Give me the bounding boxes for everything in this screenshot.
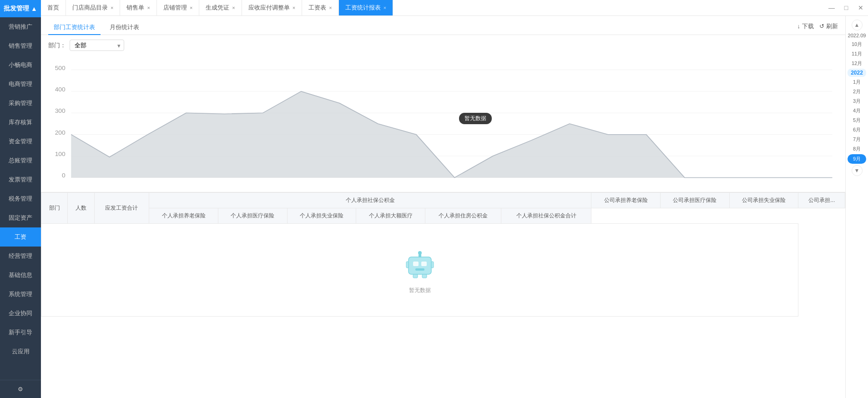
tab-close-3[interactable]: × (190, 5, 192, 10)
timeline-month-5[interactable]: 5月 (846, 116, 868, 125)
tab-label-6: 工资表 (308, 4, 326, 12)
empty-icon (402, 246, 438, 282)
th-personal-unemployment: 个人承担失业保险 (287, 208, 356, 224)
tab-4[interactable]: 生成凭证× (199, 0, 242, 15)
sidebar-footer-settings[interactable]: ⚙ (0, 380, 41, 398)
sidebar-item-3[interactable]: 电商管理 (0, 75, 41, 94)
chart-svg: 0 100 200 300 400 500 (48, 60, 838, 187)
tab-close-1[interactable]: × (111, 5, 113, 10)
svg-rect-19 (406, 262, 409, 268)
sidebar-item-0[interactable]: 营销推广 (0, 17, 41, 36)
tab-5[interactable]: 应收应付调整单× (242, 0, 302, 15)
sidebar-item-7[interactable]: 总账管理 (0, 151, 41, 170)
sidebar-item-13[interactable]: 基础信息 (0, 266, 41, 285)
timeline-month-6[interactable]: 6月 (846, 125, 868, 135)
sidebar-item-8[interactable]: 发票管理 (0, 170, 41, 189)
timeline-month-8[interactable]: 8月 (846, 144, 868, 154)
sidebar-item-15[interactable]: 企业协同 (0, 304, 41, 323)
sidebar-item-4[interactable]: 采购管理 (0, 94, 41, 113)
th-company-more: 公司承担... (798, 193, 845, 208)
department-select[interactable]: 全部 (70, 40, 124, 51)
filter-bar: 部门： 全部 (41, 35, 845, 55)
th-company-unemployment: 公司承担失业保险 (729, 193, 798, 208)
sidebar-arrow-icon: ▲ (31, 5, 37, 12)
th-personal-medical: 个人承担医疗保险 (218, 208, 287, 224)
svg-text:200: 200 (55, 130, 66, 136)
sidebar-item-1[interactable]: 销售管理 (0, 36, 41, 55)
sidebar-item-9[interactable]: 税务管理 (0, 189, 41, 208)
table-area[interactable]: 部门 人数 应发工资合计 个人承担社保公积金 公司承担养老保险 公司承担医疗保险… (41, 192, 845, 398)
timeline-month-4[interactable]: 4月 (846, 106, 868, 116)
department-label: 部门： (48, 41, 66, 50)
timeline-month-dec[interactable]: 12月 (846, 59, 868, 68)
th-personal-elderly: 个人承担养老保险 (149, 208, 218, 224)
svg-rect-15 (421, 262, 427, 266)
th-headcount: 人数 (68, 193, 94, 224)
tab-close-5[interactable]: × (293, 5, 295, 10)
svg-rect-13 (409, 257, 431, 274)
empty-state: 暂无数据 (46, 227, 793, 312)
th-personal-large-medical: 个人承担大额医疗 (356, 208, 425, 224)
download-button[interactable]: ↓ 下载 (797, 22, 814, 30)
timeline-down-button[interactable]: ▼ (852, 165, 863, 176)
tab-6[interactable]: 工资表× (302, 0, 338, 15)
svg-text:100: 100 (55, 151, 66, 157)
sidebar-item-5[interactable]: 库存核算 (0, 113, 41, 132)
sub-tab-0[interactable]: 部门工资统计表 (48, 20, 101, 35)
tab-0[interactable]: 首页 (41, 0, 66, 15)
tab-label-7: 工资统计报表 (345, 4, 381, 12)
sidebar-item-14[interactable]: 系统管理 (0, 285, 41, 304)
sidebar-header[interactable]: 批发管理 ▲ (0, 0, 41, 17)
th-personal-housing: 个人承担住房公积金 (425, 208, 501, 224)
tab-label-5: 应收应付调整单 (248, 4, 290, 12)
refresh-button[interactable]: ↺ 刷新 (819, 22, 838, 30)
timeline-up-button[interactable]: ▲ (852, 20, 863, 30)
tab-label-1: 门店商品目录 (72, 4, 108, 12)
tab-1[interactable]: 门店商品目录× (66, 0, 120, 15)
tab-close-6[interactable]: × (329, 5, 332, 10)
timeline-month-1[interactable]: 1月 (846, 77, 868, 87)
maximize-button[interactable]: □ (839, 0, 853, 15)
tab-close-4[interactable]: × (232, 5, 235, 10)
timeline-month-7[interactable]: 7月 (846, 135, 868, 144)
tab-7[interactable]: 工资统计报表× (339, 0, 393, 15)
tab-bar: 首页门店商品目录×销售单×店铺管理×生成凭证×应收应付调整单×工资表×工资统计报… (41, 0, 868, 16)
sidebar-item-11[interactable]: 工资 (0, 227, 41, 247)
tab-label-4: 生成凭证 (206, 4, 229, 12)
svg-text:0: 0 (62, 172, 66, 179)
window-controls: — □ ✕ (824, 0, 868, 15)
sub-tabs: 部门工资统计表月份统计表 ↓ 下载 ↺ 刷新 (41, 16, 845, 35)
tab-2[interactable]: 销售单× (120, 0, 156, 15)
minimize-button[interactable]: — (824, 0, 839, 15)
th-total-salary: 应发工资合计 (94, 193, 149, 224)
download-icon: ↓ (797, 23, 801, 30)
sidebar-item-12[interactable]: 经营管理 (0, 247, 41, 266)
svg-rect-14 (413, 262, 419, 266)
timeline-month-oct[interactable]: 10月 (846, 40, 868, 49)
timeline-month-9[interactable]: 9月 (848, 154, 866, 164)
refresh-icon: ↺ (819, 23, 824, 30)
sidebar-item-2[interactable]: 小畅电商 (0, 55, 41, 75)
close-button[interactable]: ✕ (853, 0, 868, 15)
tab-3[interactable]: 店铺管理× (157, 0, 199, 15)
timeline-date-2022-09[interactable]: 2022.09 (846, 31, 868, 40)
svg-text:400: 400 (55, 86, 66, 93)
sidebar-item-10[interactable]: 固定资产 (0, 208, 41, 227)
chart-area: 0 100 200 300 400 500 (41, 55, 845, 192)
tab-close-7[interactable]: × (384, 5, 386, 10)
timeline-month-2[interactable]: 2月 (846, 87, 868, 96)
sidebar-item-6[interactable]: 资金管理 (0, 132, 41, 151)
sidebar-item-16[interactable]: 新手引导 (0, 323, 41, 342)
th-personal-total: 个人承担社保公积金合计 (501, 208, 591, 224)
timeline-month-3[interactable]: 3月 (846, 96, 868, 106)
th-department: 部门 (41, 193, 68, 224)
timeline-year-2022: 2022 (848, 69, 866, 77)
page-body: 部门工资统计表月份统计表 ↓ 下载 ↺ 刷新 部门： 全 (41, 16, 845, 398)
content-area: 部门工资统计表月份统计表 ↓ 下载 ↺ 刷新 部门： 全 (41, 16, 868, 398)
tab-close-2[interactable]: × (147, 5, 150, 10)
sidebar-item-17[interactable]: 云应用 (0, 342, 41, 361)
data-table: 部门 人数 应发工资合计 个人承担社保公积金 公司承担养老保险 公司承担医疗保险… (41, 192, 845, 317)
timeline-month-nov[interactable]: 11月 (846, 49, 868, 59)
sub-tab-1[interactable]: 月份统计表 (104, 20, 145, 35)
th-company-elderly: 公司承担养老保险 (591, 193, 661, 208)
